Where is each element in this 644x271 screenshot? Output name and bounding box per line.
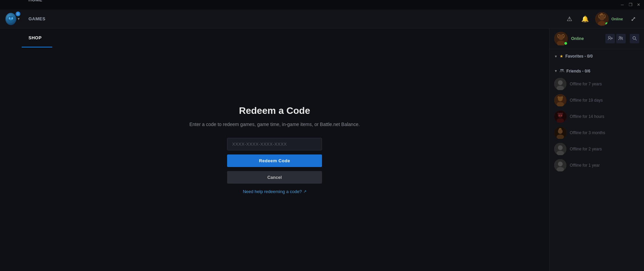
favorites-section: ▼ ★ Favorites - 0/0 [549, 49, 644, 63]
nav-games[interactable]: GAMES [22, 9, 52, 28]
help-link[interactable]: Need help redeeming a code? ↗ [243, 189, 306, 194]
redeem-form: Redeem Code Cancel Need help redeeming a… [227, 138, 322, 194]
svg-point-8 [608, 36, 610, 38]
external-link-icon: ⤢ [631, 15, 636, 23]
external-link-icon: ↗ [303, 189, 306, 194]
svg-point-11 [619, 36, 621, 38]
friend-status-3: Offline for 14 hours [570, 114, 604, 119]
svg-point-15 [560, 69, 562, 70]
help-link-text: Need help redeeming a code? [243, 189, 302, 194]
restore-button[interactable]: ❐ [628, 2, 633, 7]
user-avatar[interactable] [595, 12, 609, 26]
alert-button[interactable]: ⚠ [564, 14, 575, 24]
friend-item[interactable]: Offline for 1 year [549, 157, 644, 173]
friend-avatar-4 [554, 127, 566, 139]
friend-status-2: Offline for 19 days [570, 98, 603, 103]
logo-icon [5, 13, 16, 25]
friend-avatar-6 [554, 159, 566, 171]
minimize-button[interactable]: ─ [620, 2, 625, 7]
code-input[interactable] [227, 138, 322, 150]
friends-group-icon [560, 68, 564, 74]
close-button[interactable]: ✕ [636, 2, 641, 7]
friend-status-4: Offline for 3 months [570, 130, 605, 135]
online-status-dot [605, 22, 608, 25]
sidebar-header: Online [549, 28, 644, 49]
friend-item[interactable]: Offline for 2 years [549, 141, 644, 157]
cancel-button[interactable]: Cancel [227, 171, 322, 184]
svg-line-14 [636, 39, 637, 40]
user-status: Online [611, 17, 623, 21]
notifications-button[interactable]: 🔔 [580, 14, 590, 24]
svg-point-13 [633, 37, 636, 39]
friend-avatar-5 [554, 143, 566, 155]
logo-badge: 1 [16, 12, 20, 16]
find-friend-button[interactable] [616, 34, 626, 43]
title-bar: ─ ❐ ✕ [0, 0, 644, 9]
svg-point-24 [558, 113, 563, 118]
page-title: Redeem a Code [239, 105, 310, 116]
page-subtitle: Enter a code to redeem games, game time,… [189, 122, 360, 127]
logo-chevron-icon: ▼ [17, 17, 20, 21]
friend-offline-text-2: Offline for 19 days [570, 98, 603, 103]
user-area: Online [595, 12, 623, 26]
favorites-section-title: Favorites - 0/0 [565, 54, 593, 59]
svg-point-21 [558, 97, 563, 101]
friend-status-5: Offline for 2 years [570, 147, 602, 151]
friend-item[interactable]: Offline for 14 hours [549, 108, 644, 125]
friend-offline-text-3: Offline for 14 hours [570, 114, 604, 119]
sidebar-online-text: Online [571, 36, 584, 41]
friend-status-1: Offline for 7 years [570, 82, 602, 86]
friend-item[interactable]: Offline for 3 months [549, 125, 644, 141]
main-content: Redeem a Code Enter a code to redeem gam… [0, 28, 549, 271]
sidebar-actions [605, 34, 626, 43]
add-friend-icon [607, 36, 613, 42]
svg-point-1 [10, 18, 12, 20]
search-icon [632, 36, 637, 42]
header: 1 ▼ HOME GAMES SHOP ⚠ 🔔 [0, 9, 644, 28]
favorites-star-icon: ★ [560, 54, 563, 59]
bell-icon: 🔔 [581, 15, 589, 23]
svg-point-35 [558, 162, 563, 166]
svg-point-12 [621, 37, 623, 39]
find-friend-icon [618, 36, 624, 42]
friend-item[interactable]: Offline for 19 days [549, 92, 644, 108]
redeem-button[interactable]: Redeem Code [227, 154, 322, 167]
nav-shop[interactable]: SHOP [22, 28, 52, 47]
sidebar-search-button[interactable] [630, 34, 639, 43]
alert-icon: ⚠ [567, 15, 572, 23]
favorites-section-header[interactable]: ▼ ★ Favorites - 0/0 [549, 52, 644, 61]
friend-avatar-2 [554, 94, 566, 106]
add-friend-button[interactable] [605, 34, 615, 43]
svg-point-27 [561, 115, 562, 116]
friends-chevron-icon: ▼ [554, 69, 558, 73]
svg-point-32 [558, 145, 563, 150]
logo-button[interactable]: 1 ▼ [5, 12, 20, 26]
friends-section: ▼ Friends - 0/6 [549, 63, 644, 176]
friends-section-title: Friends - 0/6 [566, 69, 590, 74]
friend-offline-text-1: Offline for 7 years [570, 82, 602, 86]
svg-point-26 [559, 115, 560, 116]
main-nav: HOME GAMES SHOP [22, 0, 52, 47]
friend-offline-text-4: Offline for 3 months [570, 130, 605, 135]
friend-avatar-1 [554, 78, 566, 90]
svg-point-18 [558, 80, 563, 85]
sidebar-avatar[interactable] [554, 32, 568, 45]
nav-home[interactable]: HOME [22, 0, 52, 9]
battlenet-logo-svg [7, 15, 15, 23]
friend-status-6: Offline for 1 year [570, 163, 600, 168]
app-layout: 1 ▼ HOME GAMES SHOP ⚠ 🔔 [0, 9, 644, 271]
svg-point-16 [562, 69, 563, 70]
friend-item[interactable]: Offline for 7 years [549, 76, 644, 92]
svg-point-3 [599, 15, 605, 20]
sidebar: Online [549, 28, 644, 271]
friend-offline-text-6: Offline for 1 year [570, 163, 600, 168]
content-area: Redeem a Code Enter a code to redeem gam… [0, 28, 644, 271]
friends-section-header[interactable]: ▼ Friends - 0/6 [549, 66, 644, 76]
favorites-chevron-icon: ▼ [554, 55, 558, 58]
sidebar-online-dot [564, 42, 567, 45]
sidebar-user: Online [554, 32, 603, 45]
friend-offline-text-5: Offline for 2 years [570, 147, 602, 151]
external-link-button[interactable]: ⤢ [628, 14, 639, 24]
friend-avatar-3 [554, 110, 566, 123]
header-right: ⚠ 🔔 [564, 12, 639, 26]
